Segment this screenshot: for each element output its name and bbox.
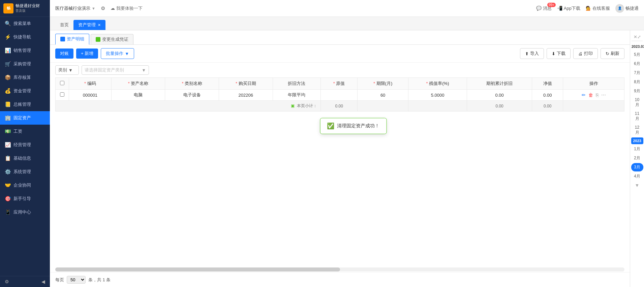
subtab-asset-list-icon: [60, 37, 65, 41]
panel-close-icon[interactable]: ✕: [634, 34, 637, 39]
table-row: 000001 电脑 电子设备 202206 年限平均 60 5.0000 0.0…: [56, 90, 624, 101]
sidebar-item-operations[interactable]: 📈 经营管理: [0, 138, 50, 152]
collapse-icon[interactable]: ◀: [41, 279, 45, 284]
col-original-value: 原值: [321, 78, 358, 90]
category-filter-label: 类别: [58, 67, 67, 73]
panel-down-icon[interactable]: ▼: [635, 183, 640, 188]
subtab-asset-list[interactable]: 资产明细: [55, 34, 89, 45]
tabbar: 首页 资产管理 ✕: [50, 17, 644, 30]
subtotal-actions: [563, 101, 624, 111]
copy-icon[interactable]: ⎘: [596, 92, 599, 98]
month-8[interactable]: 8月: [631, 78, 643, 86]
batch-button[interactable]: 批量操作 ▼: [101, 48, 134, 59]
sidebar-item-inventory[interactable]: 📦 库存核算: [0, 71, 50, 84]
service-icon: 💁: [586, 6, 591, 11]
company-selector[interactable]: 医疗器械行业演示 ▼: [55, 5, 95, 11]
sidebar-item-salary[interactable]: 💵 工资: [0, 125, 50, 138]
settings-icon[interactable]: ⚙: [5, 279, 9, 284]
category-input[interactable]: 请选择固定资产类别 ▼: [82, 65, 149, 75]
download-button[interactable]: ⬇ 下载: [547, 48, 571, 59]
tab-close-icon[interactable]: ✕: [98, 23, 101, 27]
salary-icon: 💵: [5, 128, 11, 134]
month-12[interactable]: 12月: [631, 124, 643, 137]
logo-title: 畅捷通好业财: [16, 3, 40, 9]
settings-gear-icon[interactable]: ⚙: [101, 5, 105, 11]
sidebar-item-app-center[interactable]: 📱 应用中心: [0, 205, 50, 219]
cell-residual-rate: 5.0000: [408, 90, 467, 101]
cell-code: 000001: [69, 90, 112, 101]
message-button[interactable]: 💬 消息 99+: [536, 5, 552, 11]
month-9[interactable]: 9月: [631, 87, 643, 95]
download-label: 下载: [557, 51, 565, 57]
sidebar-item-system[interactable]: ⚙️ 系统管理: [0, 165, 50, 179]
cell-purchase-date: 202206: [219, 90, 273, 101]
delete-icon[interactable]: 🗑: [588, 92, 593, 98]
category-input-placeholder: 请选择固定资产类别: [85, 67, 124, 73]
app-download-icon: 📲: [557, 6, 562, 11]
per-page-select[interactable]: 50 100 200: [67, 276, 86, 284]
sidebar-item-funds[interactable]: 💰 资金管理: [0, 84, 50, 98]
col-category: 类别名称: [165, 78, 219, 90]
subtotal-row: ▣ 本页小计： 0.00 0.00 0.00: [56, 101, 624, 111]
select-all-checkbox[interactable]: [60, 81, 64, 85]
sidebar: 畅 畅捷通好业财 普及版 🔍 搜索菜单 ⚡ 快捷导航 📊 销售管理 🛒 采购管理…: [0, 0, 50, 287]
month-7[interactable]: 7月: [631, 69, 643, 77]
add-button[interactable]: + 新增: [76, 49, 98, 59]
sidebar-item-label: 经营管理: [13, 142, 31, 148]
more-icon[interactable]: ⋯: [601, 92, 606, 98]
sidebar-item-quick-nav[interactable]: ⚡ 快捷导航: [0, 30, 50, 44]
right-panel-header: ✕ ⤢: [632, 33, 643, 41]
print-button[interactable]: 🖨 打印: [573, 48, 598, 59]
sidebar-item-enterprise[interactable]: 🤝 企业协同: [0, 179, 50, 192]
basic-info-icon: 📋: [5, 155, 11, 161]
sidebar-item-basic-info[interactable]: 📋 基础信息: [0, 152, 50, 165]
year-2023-badge[interactable]: 2023: [631, 137, 643, 144]
sidebar-item-search[interactable]: 🔍 搜索菜单: [0, 17, 50, 30]
sidebar-item-fixed-assets[interactable]: 🏢 固定资产: [0, 111, 50, 125]
sidebar-item-ledger[interactable]: 📒 总账管理: [0, 98, 50, 111]
subtotal-original: 0.00: [321, 101, 358, 111]
month-3[interactable]: 3月: [631, 163, 643, 171]
category-input-arrow-icon: ▼: [142, 68, 146, 73]
cell-net-value: 0.00: [532, 90, 563, 101]
col-purchase-date: 购买日期: [219, 78, 273, 90]
month-6[interactable]: 6月: [631, 60, 643, 68]
sidebar-item-purchase[interactable]: 🛒 采购管理: [0, 57, 50, 71]
content-body: 编码 资产名称 类别名称 购买日期 折旧方法 原值 期限(月) 残值率(%) 期…: [50, 77, 630, 272]
month-4[interactable]: 4月: [631, 172, 643, 181]
cell-period: 60: [358, 90, 408, 101]
reconcile-button[interactable]: 对账: [55, 49, 73, 59]
batch-label: 批量操作: [106, 51, 123, 57]
subtab-change-voucher[interactable]: 变更生成凭证: [91, 34, 133, 44]
refresh-button[interactable]: ↻ 刷新: [601, 48, 624, 59]
category-filter[interactable]: 类别 ▼: [55, 65, 79, 75]
month-11[interactable]: 11月: [631, 110, 643, 123]
sidebar-item-guide[interactable]: 🎯 新手引导: [0, 192, 50, 205]
app-download-button[interactable]: 📲 App下载: [557, 5, 580, 11]
panel-down-icon-wrap: ▼: [635, 183, 640, 188]
horizontal-scrollbar[interactable]: [55, 267, 624, 272]
logo-subtitle: 普及版: [16, 8, 40, 13]
subtotal-label: ▣ 本页小计：: [56, 101, 321, 111]
tab-home[interactable]: 首页: [55, 20, 73, 30]
experience-label: 我要体验一下: [116, 5, 143, 11]
sidebar-item-sales[interactable]: 📊 销售管理: [0, 44, 50, 57]
online-service-button[interactable]: 💁 在线客服: [586, 5, 610, 11]
sidebar-item-label: 销售管理: [13, 47, 31, 54]
panel-expand-icon[interactable]: ⤢: [637, 34, 641, 39]
month-2[interactable]: 2月: [631, 154, 643, 162]
edit-icon[interactable]: ✏: [582, 92, 586, 98]
table-container: 编码 资产名称 类别名称 购买日期 折旧方法 原值 期限(月) 残值率(%) 期…: [50, 77, 630, 267]
inventory-icon: 📦: [5, 74, 11, 81]
month-5[interactable]: 5月: [631, 51, 643, 59]
download-icon: ⬇: [552, 51, 555, 56]
import-button[interactable]: ⬆ 导入: [520, 48, 544, 59]
guide-icon: 🎯: [5, 196, 11, 202]
user-menu[interactable]: 👤 畅捷通: [615, 4, 639, 13]
month-10[interactable]: 10月: [631, 96, 643, 109]
row-checkbox[interactable]: [60, 92, 64, 97]
experience-button[interactable]: ☁ 我要体验一下: [111, 5, 143, 11]
tab-home-label: 首页: [60, 22, 69, 28]
month-1[interactable]: 1月: [631, 145, 643, 153]
tab-asset-mgmt[interactable]: 资产管理 ✕: [73, 20, 105, 30]
